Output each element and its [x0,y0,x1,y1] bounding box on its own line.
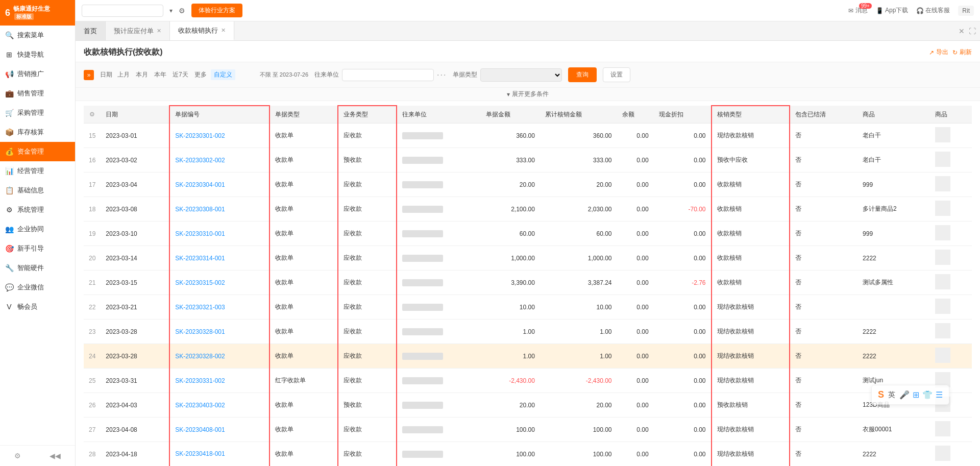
bill-no-link[interactable]: SK-20230314-001 [175,255,225,262]
sidebar-icon-4: 🛒 [5,109,13,117]
row-product2 [930,197,972,222]
filter-this-year-btn[interactable]: 本年 [152,69,168,80]
filter-last7-btn[interactable]: 近7天 [170,69,190,80]
tab-expand-icon[interactable]: ⛶ [969,27,976,35]
sidebar-item-新手引导[interactable]: 🎯 新手引导 [0,239,75,258]
filter-more-options-icon[interactable]: ··· [437,70,447,80]
filter-last-month-btn[interactable]: 上月 [115,69,132,80]
sidebar-icon-1: ⊞ [5,51,13,59]
row-bill-no: SK-20230328-002 [169,344,270,369]
tab-home[interactable]: 首页 [76,21,106,40]
row-balance: 0.00 [617,124,654,148]
filter-custom-btn[interactable]: 自定义 [211,69,235,80]
row-amount: 60.00 [481,222,540,246]
row-bill-no: SK-20230403-002 [169,393,270,418]
user-info[interactable]: Rit [958,6,974,16]
row-product: 老白干 [857,124,930,148]
bill-no-link[interactable]: SK-20230308-001 [175,206,225,213]
expand-more-button[interactable]: ▾ 展开更多条件 [507,90,549,99]
row-partner [397,173,481,197]
bill-no-link[interactable]: SK-20230302-002 [175,157,225,164]
solution-button[interactable]: 体验行业方案 [191,4,242,17]
bill-no-link[interactable]: SK-20230301-002 [175,132,225,139]
sidebar-settings-icon[interactable]: ⚙ [12,450,23,462]
sidebar-label-3: 销售管理 [17,89,44,98]
bill-no-link[interactable]: SK-20230304-001 [175,181,225,188]
filter-expand-button[interactable]: » [84,70,94,80]
row-bill-type: 收款单 [270,173,338,197]
sidebar-logo: 6 畅康通好生意 标准版 [0,0,75,26]
tab-payable-close-icon[interactable]: ✕ [157,28,161,34]
bill-no-link[interactable]: SK-20230408-001 [175,426,225,433]
settings-button[interactable]: 设置 [603,67,630,82]
online-service-button[interactable]: 🎧 在线客服 [916,6,950,15]
row-index: 16 [84,148,101,173]
row-cash-discount: 0.00 [654,393,712,418]
row-product: 多计量商品2 [857,197,930,222]
sidebar-item-搜索菜单[interactable]: 🔍 搜索菜单 [0,26,75,45]
bill-no-link[interactable]: SK-20230315-002 [175,279,225,286]
bill-no-link[interactable]: SK-20230403-002 [175,402,225,409]
sidebar-item-系统管理[interactable]: ⚙ 系统管理 [0,200,75,219]
sidebar-item-畅会员[interactable]: V 畅会员 [0,297,75,316]
topbar-dropdown[interactable]: ▾ [169,7,173,14]
row-amount: 1.00 [481,344,540,369]
sidebar-item-销售管理[interactable]: 💼 销售管理 [0,84,75,103]
filter-this-month-btn[interactable]: 本月 [134,69,150,80]
sidebar-collapse-icon[interactable]: ◀◀ [47,450,63,462]
bill-no-link[interactable]: SK-20230331-002 [175,377,225,384]
row-cash-discount: 0.00 [654,246,712,271]
sidebar-label-7: 经营管理 [17,166,44,176]
tab-payable[interactable]: 预计应应付单 ✕ [106,21,170,40]
sidebar-item-经营管理[interactable]: 📊 经营管理 [0,161,75,181]
page-title: 收款核销执行(按收款) [84,47,163,58]
sidebar-item-资金管理[interactable]: 💰 资金管理 [0,142,75,161]
row-include-cleared: 否 [790,148,857,173]
export-button[interactable]: ↗ 导出 [929,48,948,57]
app-download-button[interactable]: 📱 App下载 [876,6,908,15]
topbar-search-input[interactable] [82,5,163,17]
sidebar-item-库存核算[interactable]: 📦 库存核算 [0,122,75,142]
sidebar-item-企业协同[interactable]: 👥 企业协同 [0,219,75,239]
col-settings[interactable]: ⚙ [84,106,101,124]
row-index: 22 [84,295,101,320]
filter-more-btn[interactable]: 更多 [192,69,209,80]
bill-no-link[interactable]: SK-20230328-001 [175,328,225,335]
sidebar-item-智能硬件[interactable]: 🔧 智能硬件 [0,258,75,278]
row-biz-type: 应收款 [338,124,397,148]
sidebar-item-基础信息[interactable]: 📋 基础信息 [0,181,75,200]
row-verify-type: 现结收款核销 [712,295,790,320]
row-biz-type: 应收款 [338,271,397,295]
tab-close-all-icon[interactable]: ✕ [959,27,965,35]
row-total-amount: 1.00 [540,344,617,369]
sidebar-item-快捷导航[interactable]: ⊞ 快捷导航 [0,45,75,64]
refresh-button[interactable]: ↻ 刷新 [952,48,972,57]
bill-no-link[interactable]: SK-20230310-001 [175,230,225,237]
bill-no-link[interactable]: SK-20230328-002 [175,353,225,360]
sidebar-item-采购管理[interactable]: 🛒 采购管理 [0,103,75,122]
sidebar-label-11: 新手引导 [17,244,44,253]
query-button[interactable]: 查询 [568,67,597,82]
row-product2 [930,148,972,173]
row-total-amount: 333.00 [540,148,617,173]
row-cash-discount: 0.00 [654,222,712,246]
row-partner [397,197,481,222]
filter-bill-type-select[interactable] [480,68,562,82]
message-button[interactable]: ✉ 消息 99+ [848,6,868,15]
filter-partner-input[interactable] [342,69,434,81]
row-balance: 0.00 [617,344,654,369]
sidebar-icon-7: 📊 [5,167,13,175]
sidebar-item-营销推广[interactable]: 📢 营销推广 [0,64,75,84]
row-partner [397,369,481,393]
row-partner [397,320,481,344]
tab-home-label: 首页 [84,27,97,36]
row-index: 15 [84,124,101,148]
sidebar-item-企业微信[interactable]: 💬 企业微信 [0,278,75,297]
bill-no-link[interactable]: SK-20230418-001 [175,450,225,457]
row-partner [397,271,481,295]
tab-payment-verify[interactable]: 收款核销执行 ✕ [170,21,234,40]
bill-no-link[interactable]: SK-20230321-003 [175,304,225,311]
tab-payment-verify-close-icon[interactable]: ✕ [221,27,226,34]
row-include-cleared: 否 [790,124,857,148]
topbar-gear-icon[interactable]: ⚙ [179,7,185,15]
